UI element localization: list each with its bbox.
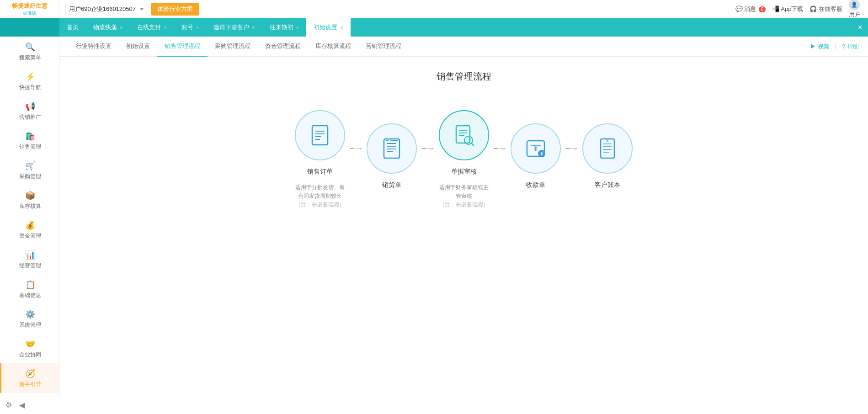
online-service-button[interactable]: 🎧 在线客服: [809, 5, 842, 13]
arrow-1: --→: [350, 143, 362, 176]
sub-tab-industry[interactable]: 行业特性设置: [69, 37, 119, 57]
nav-tab-init[interactable]: 初始设置 ×: [306, 18, 350, 37]
nav-close-button[interactable]: ×: [852, 18, 868, 37]
user-name-label: 用户: [849, 11, 861, 18]
arrow-4: --→: [565, 143, 578, 176]
sidebar-item-system[interactable]: ⚙️ 系统管理: [0, 304, 59, 334]
flow-step-receipt: ¥ ¥ 收款单: [511, 123, 561, 196]
sidebar-item-sales[interactable]: 🛍️ 销售管理: [0, 126, 59, 155]
sidebar-label-basic: 基础信息: [19, 292, 41, 299]
nav-tab-period[interactable]: 往来期初 ×: [262, 18, 306, 37]
sidebar-item-purchase[interactable]: 🛒 采购管理: [0, 155, 59, 185]
sub-tab-actions: ▶ 视频 | ? 帮助: [810, 42, 859, 51]
step-desc-sales-order: 适用于分批发货、有合同发货周期较长 （注：非必要流程）: [295, 183, 345, 210]
sidebar-item-finance[interactable]: 💰 资金管理: [0, 215, 59, 244]
nav-tab-home[interactable]: 首页: [59, 18, 86, 37]
close-icon[interactable]: ×: [340, 25, 343, 30]
help-icon: ?: [842, 43, 845, 50]
sidebar-label-guide: 新手引导: [19, 381, 41, 388]
step-name-review: 单据审核: [451, 168, 477, 176]
nav-tab-invite[interactable]: 邀请下游客户 ×: [206, 18, 262, 37]
flow-circle-delivery[interactable]: [367, 123, 417, 174]
sidebar-label-purchase: 采购管理: [19, 173, 41, 180]
sales-icon: 🛍️: [25, 131, 35, 141]
sidebar-item-quicknav[interactable]: ⚡ 快捷导航: [0, 66, 59, 96]
purchase-icon: 🛒: [25, 161, 35, 171]
sidebar-item-operations[interactable]: 📊 经营管理: [0, 244, 59, 274]
sidebar-item-inventory[interactable]: 📦 库存核算: [0, 185, 59, 215]
basic-icon: 📋: [25, 280, 35, 290]
nav-tab-account[interactable]: 账号 ×: [174, 18, 206, 37]
inventory-icon: 📦: [25, 191, 35, 201]
bottom-bar: ⚙ ◀: [0, 396, 868, 414]
step-name-account: 客户账本: [595, 181, 620, 189]
svg-text:¥: ¥: [606, 138, 609, 143]
main-layout: 🔍 搜索菜单 ⚡ 快捷导航 📢 营销推广 🛍️ 销售管理 🛒 采购管理 📦: [0, 37, 868, 396]
sidebar-item-marketing[interactable]: 📢 营销推广: [0, 96, 59, 126]
flow-circle-receipt[interactable]: ¥ ¥: [511, 123, 561, 174]
app-logo: 畅捷通好生意 标准版: [0, 0, 59, 18]
sidebar-label-enterprise: 企业协同: [19, 351, 41, 359]
enterprise-icon: 🤝: [25, 339, 35, 349]
guide-icon: 🧭: [25, 369, 35, 379]
sidebar-label-inventory: 库存核算: [19, 202, 41, 210]
sidebar-label-search: 搜索菜单: [19, 54, 41, 62]
close-icon[interactable]: ×: [296, 25, 299, 30]
sidebar-item-search[interactable]: 🔍 搜索菜单: [0, 37, 59, 66]
nav-spacer: [0, 18, 59, 37]
search-icon: 🔍: [25, 42, 35, 52]
close-icon[interactable]: ×: [164, 25, 166, 30]
nav-row: 首页 物流快递 × 在线支付 × 账号 × 邀请下游客户 × 往来期初 × 初始…: [0, 18, 868, 37]
svg-text:¥: ¥: [540, 151, 543, 156]
user-select[interactable]: 用户690企业1660120507: [65, 4, 147, 14]
flow-circle-review[interactable]: [439, 110, 489, 160]
step-name-sales-order: 销售订单: [307, 168, 333, 176]
header-controls: 用户690企业1660120507 体验行业方案: [59, 3, 735, 16]
header-row: 畅捷通好生意 标准版 用户690企业1660120507 体验行业方案 💬 消息…: [0, 0, 868, 18]
collapse-button[interactable]: ◀: [19, 401, 25, 409]
nav-tabs-container: 首页 物流快递 × 在线支付 × 账号 × 邀请下游客户 × 往来期初 × 初始…: [59, 18, 852, 37]
sidebar-label-finance: 资金管理: [19, 232, 41, 240]
service-icon: 🎧: [809, 5, 817, 12]
nav-tab-logistics[interactable]: 物流快递 ×: [86, 18, 130, 37]
operations-icon: 📊: [25, 250, 35, 260]
sub-tab-purchase-flow[interactable]: 采购管理流程: [208, 37, 258, 57]
message-label: 消息: [744, 5, 756, 12]
header-right: 💬 消息 6 📲 App下载 🎧 在线客服 👤 用户: [735, 0, 868, 19]
sub-tab-marketing-flow[interactable]: 营销管理流程: [358, 37, 409, 57]
flow-circle-account[interactable]: ¥: [582, 123, 633, 174]
sub-tab-sales-flow[interactable]: 销售管理流程: [157, 37, 208, 57]
help-link[interactable]: ? 帮助: [842, 42, 859, 51]
logo-title: 畅捷通好生意: [12, 2, 48, 10]
step-name-delivery: 销货单: [382, 181, 401, 189]
sidebar-item-basic[interactable]: 📋 基础信息: [0, 274, 59, 304]
sidebar-item-guide[interactable]: 🧭 新手引导: [0, 363, 59, 393]
sidebar-item-enterprise[interactable]: 🤝 企业协同: [0, 334, 59, 363]
logo-subtitle: 标准版: [23, 10, 37, 16]
svg-text:¥: ¥: [533, 143, 538, 153]
step-desc-review: 适用于财务审核或主管审核 （注：非必要流程）: [439, 183, 489, 210]
flow-circle-sales-order[interactable]: [295, 110, 345, 160]
video-icon: ▶: [810, 43, 816, 50]
sub-tab-init[interactable]: 初始设置: [119, 37, 157, 57]
video-link[interactable]: ▶ 视频: [810, 42, 830, 51]
experience-button[interactable]: 体验行业方案: [151, 3, 199, 16]
message-badge: 6: [759, 6, 766, 12]
sub-tab-inventory-flow[interactable]: 库存核算流程: [308, 37, 358, 57]
nav-tab-payment[interactable]: 在线支付 ×: [130, 18, 174, 37]
online-service-label: 在线客服: [819, 5, 842, 12]
sub-tabs: 行业特性设置 初始设置 销售管理流程 采购管理流程 资金管理流程 库存核算流程 …: [59, 37, 868, 57]
close-icon[interactable]: ×: [252, 25, 255, 30]
settings-button[interactable]: ⚙: [5, 401, 12, 409]
app-download-button[interactable]: 📲 App下载: [772, 5, 803, 13]
close-icon[interactable]: ×: [120, 25, 122, 30]
download-icon: 📲: [772, 5, 779, 12]
sidebar-label-marketing: 营销推广: [19, 113, 41, 121]
sub-tab-finance-flow[interactable]: 资金管理流程: [258, 37, 308, 57]
user-avatar-button[interactable]: 👤 用户: [849, 0, 861, 19]
close-icon[interactable]: ×: [196, 25, 199, 30]
message-button[interactable]: 💬 消息 6: [735, 5, 766, 13]
sidebar-label-quicknav: 快捷导航: [19, 84, 41, 91]
svg-rect-0: [312, 126, 328, 145]
arrow-2: --→: [421, 143, 434, 176]
